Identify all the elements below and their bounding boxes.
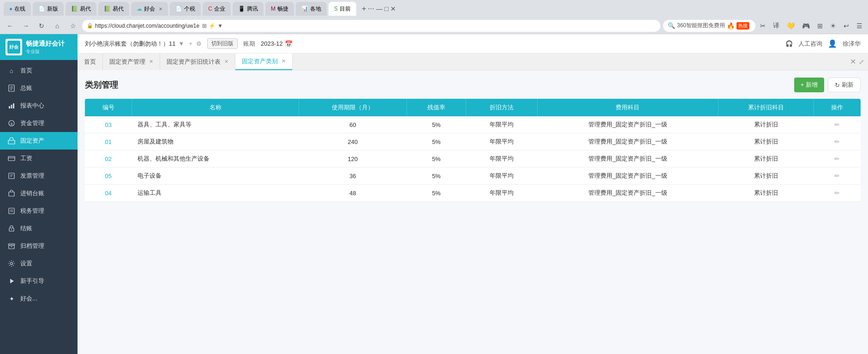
maximize-btn[interactable]: □	[384, 5, 388, 12]
address-input[interactable]: 🔒 https://cloud.chanjet.com/accounting/u…	[82, 20, 660, 32]
browser-tab-yidai2[interactable]: 📗 易代	[98, 2, 129, 16]
sidebar-item-home[interactable]: ⌂ 首页	[0, 62, 78, 79]
restore-btn[interactable]: —	[376, 5, 383, 12]
browser-tab-xinban[interactable]: 📄 新版	[33, 2, 64, 16]
browser-tab-gesui[interactable]: 📄 个税	[170, 2, 201, 16]
undo-icon[interactable]: ↩	[842, 21, 851, 30]
address-bar-row: ← → ↻ ⌂ ☆ 🔒 https://cloud.chanjet.com/ac…	[0, 18, 868, 34]
site-tools-icon[interactable]: ⊞	[202, 23, 207, 29]
scissors-icon[interactable]: ✂	[758, 21, 767, 30]
svg-rect-4	[9, 106, 10, 108]
cell-action-3: ✏	[814, 168, 861, 185]
sidebar-item-reports[interactable]: 报表中心	[0, 97, 78, 114]
browser-tab-zaixin[interactable]: ● 在线	[4, 2, 31, 16]
tab-close-depreciation[interactable]: ✕	[224, 59, 228, 65]
browser-tab-haohui[interactable]: ☁ 好会 ✕	[131, 2, 168, 16]
add-btn[interactable]: + 新增	[794, 78, 824, 92]
search-box[interactable]: 🔍 360智能抠图免费用 🔥 热搜	[663, 20, 755, 32]
browser-tab-qiye[interactable]: C 企业	[203, 2, 231, 16]
browser-tab-muqian[interactable]: S 目前	[329, 2, 356, 16]
svg-rect-5	[11, 105, 12, 108]
tab-asset-category[interactable]: 固定资产类别 ✕	[235, 54, 293, 70]
sidebar-item-more[interactable]: ✦ 好会...	[0, 290, 78, 307]
account-settings-icon[interactable]: ⚙	[196, 40, 202, 47]
browser-tab-yidai1[interactable]: 📗 易代	[66, 2, 96, 16]
cell-period-1: 240	[299, 133, 407, 150]
cell-method-2: 年限平均	[466, 150, 538, 168]
sidebar-item-salary[interactable]: 工资	[0, 150, 78, 167]
sidebar-logo: 好会 畅捷通好会计 专业版	[0, 34, 78, 60]
sidebar-item-guide[interactable]: 新手引导	[0, 272, 78, 290]
browser-tab-tengxun[interactable]: 📱 腾讯	[233, 2, 263, 16]
table-row: 04 运输工具 48 5% 年限平均 管理费用_固定资产折旧_一级 累计折旧 ✏	[85, 185, 861, 202]
edit-btn-0[interactable]: ✏	[834, 121, 840, 128]
forward-btn[interactable]: →	[19, 19, 32, 32]
menu-icon[interactable]: ☰	[855, 21, 864, 30]
edit-btn-3[interactable]: ✏	[834, 172, 840, 180]
tab-close-fixed-assets-mgmt[interactable]: ✕	[149, 59, 153, 65]
cell-code-1: 01	[85, 133, 132, 150]
account-dropdown-icon[interactable]: ▼	[178, 40, 184, 47]
close-browser-btn[interactable]: ✕	[390, 5, 396, 12]
col-header-residual: 残值率	[407, 99, 466, 116]
sidebar-item-invoice[interactable]: 发票管理	[0, 167, 78, 185]
svg-rect-16	[9, 208, 14, 214]
sidebar-item-fixed-assets[interactable]: 固定资产	[0, 132, 78, 150]
tab-depreciation-table[interactable]: 固定资产折旧统计表 ✕	[160, 54, 235, 70]
cell-action-1: ✏	[814, 133, 861, 150]
tab-home[interactable]: 首页	[78, 54, 103, 70]
svg-marker-25	[10, 279, 14, 283]
maximize-content-btn[interactable]: ⤢	[859, 58, 864, 66]
wallet-icon[interactable]: 💛	[785, 21, 796, 30]
cell-expense-0: 管理费用_固定资产折旧_一级	[538, 116, 718, 133]
sidebar-item-closing[interactable]: 结账	[0, 220, 78, 237]
game-icon[interactable]: 🎮	[800, 21, 812, 30]
logo-icon: 好会	[6, 39, 22, 55]
new-tab-btn[interactable]: +	[362, 5, 366, 13]
bookmark-btn[interactable]: ☆	[66, 19, 79, 32]
tab-close-haohui[interactable]: ✕	[159, 6, 162, 12]
col-header-code: 编号	[85, 99, 132, 116]
closing-icon	[7, 224, 16, 233]
sidebar-item-settings[interactable]: 设置	[0, 255, 78, 272]
cell-residual-2: 5%	[407, 150, 466, 168]
top-header: 刘小艳演示账套（勿删勿动！）11 ▼ + ⚙ 切到旧版 账期 2023-12 📅…	[78, 34, 868, 54]
account-add-icon[interactable]: +	[189, 40, 192, 47]
tab-fixed-assets-mgmt[interactable]: 固定资产管理 ✕	[103, 54, 160, 70]
calendar-icon[interactable]: 📅	[285, 40, 293, 48]
edit-btn-1[interactable]: ✏	[834, 138, 840, 145]
tab-close-asset-category[interactable]: ✕	[281, 58, 286, 64]
close-content-btn[interactable]: ✕	[850, 57, 856, 66]
sidebar-item-label-closing: 结账	[20, 224, 32, 233]
dropdown-arrow-icon[interactable]: ▼	[217, 23, 223, 29]
cell-name-2: 机器、机械和其他生产设备	[132, 150, 299, 168]
sidebar-item-archive[interactable]: 归档管理	[0, 237, 78, 255]
user-name[interactable]: 徐泽华	[843, 40, 861, 48]
sidebar-item-tax[interactable]: 税务管理	[0, 202, 78, 220]
edit-btn-2[interactable]: ✏	[834, 155, 840, 162]
cell-method-0: 年限平均	[466, 116, 538, 133]
salary-icon	[7, 154, 16, 162]
browser-tab-gedi[interactable]: 📊 各地	[296, 2, 327, 16]
reload-btn[interactable]: ↻	[35, 19, 48, 32]
sidebar-item-funds[interactable]: $ 资金管理	[0, 114, 78, 132]
tab-settings-btn[interactable]: ⋯	[368, 5, 374, 12]
home-btn[interactable]: ⌂	[51, 19, 64, 32]
grid-icon[interactable]: ⊞	[815, 21, 825, 30]
sidebar-item-label-ledger: 总账	[20, 84, 32, 92]
switch-version-btn[interactable]: 切到旧版	[207, 38, 238, 49]
funds-icon: $	[7, 119, 16, 127]
lightning-icon[interactable]: ⚡	[209, 23, 216, 29]
content-area: 类别管理 + 新增 ↻ 刷新 编号 名称 使用期限（月） 残值率	[78, 70, 868, 354]
logo-icon-inner: 好会	[7, 41, 20, 54]
sidebar-item-inventory[interactable]: 进销台账	[0, 185, 78, 202]
consult-label[interactable]: 人工咨询	[798, 40, 822, 48]
browser-tab-changjie[interactable]: M 畅捷	[265, 2, 294, 16]
translate-icon[interactable]: 译	[771, 21, 781, 31]
back-btn[interactable]: ←	[4, 19, 17, 32]
brightness-icon[interactable]: ☀	[828, 21, 838, 30]
edit-btn-4[interactable]: ✏	[834, 189, 840, 197]
refresh-btn[interactable]: ↻ 刷新	[828, 78, 861, 92]
sidebar-item-ledger[interactable]: 总账	[0, 79, 78, 97]
svg-rect-12	[9, 173, 14, 179]
